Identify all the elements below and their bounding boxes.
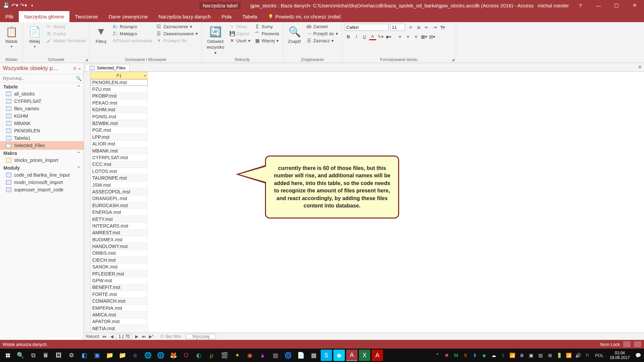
settings-icon[interactable]: ⚙ <box>66 350 77 361</box>
spelling-button[interactable]: ᵃᵇᶜPisownia <box>254 31 280 37</box>
save-icon[interactable]: 💾 <box>3 2 9 9</box>
nav-item-module[interactable]: msdn_microsoft_import <box>0 179 84 186</box>
tell-me-search[interactable]: Powiedz mi, co chcesz zrobić <box>263 11 346 22</box>
table-cell[interactable]: BENEFIT.mst <box>91 284 148 291</box>
row-selector-gutter[interactable] <box>84 72 91 333</box>
app-icon-7[interactable]: ▲ <box>257 350 268 361</box>
numbering-icon[interactable]: ≣ <box>415 23 423 31</box>
gridlines-icon[interactable]: ▦▾ <box>421 33 428 40</box>
table-cell[interactable]: ORANGEPL.mst <box>91 195 148 202</box>
table-cell[interactable]: ASSECOPOL.mst <box>91 188 148 195</box>
app-icon-2[interactable]: ▣ <box>91 350 103 361</box>
table-cell[interactable]: CIECH.mst <box>91 257 148 263</box>
new-record-button[interactable]: ＋Nowy <box>228 23 252 29</box>
volume-icon[interactable]: 🔊 <box>574 350 582 361</box>
tray-icon-3[interactable]: X <box>462 350 470 361</box>
table-cell[interactable]: ORBIS.mst <box>91 250 148 257</box>
help-icon[interactable]: ? <box>574 0 587 11</box>
design-view-icon[interactable] <box>634 341 641 347</box>
bold-button[interactable]: B <box>345 33 352 40</box>
app-icon-10[interactable]: 📄 <box>295 350 307 361</box>
next-record-icon[interactable]: ▶ <box>133 334 140 339</box>
table-cell[interactable]: PGE.mst <box>91 127 148 134</box>
tab-create[interactable]: Tworzenie <box>69 11 103 22</box>
tray-icon-4[interactable]: ⬇ <box>471 350 479 361</box>
clear-sort-button[interactable]: A⟲Usuń sortowanie <box>112 38 153 44</box>
find-button[interactable]: 🔍Znajdź <box>286 23 303 45</box>
filter-indicator[interactable]: ⛒ Bez filtru <box>160 334 181 339</box>
table-cell[interactable]: BZWBK.mst <box>91 120 148 127</box>
bullets-icon[interactable]: ≡ <box>407 23 415 31</box>
restore-icon[interactable]: ▢ <box>610 0 623 11</box>
sort-desc-button[interactable]: Z↓Malejąco <box>112 31 153 37</box>
chrome-canary-icon[interactable]: 🌐 <box>155 350 166 361</box>
table-cell[interactable]: SANOK.mst <box>91 264 148 270</box>
text-dir-icon[interactable]: ¶▾ <box>439 23 447 31</box>
app-icon-4[interactable]: ◐ <box>193 350 205 361</box>
nav-cat-macros[interactable]: Makra⌃ <box>0 149 84 157</box>
goto-button[interactable]: →Przejdź do ▾ <box>305 31 339 37</box>
nav-item-macro[interactable]: stocks_prices_import <box>0 157 84 164</box>
table-cell[interactable]: GPW.mst <box>91 277 148 284</box>
advanced-filter-button[interactable]: ☰Zaawansowane ▾ <box>155 31 199 37</box>
new-record-icon[interactable]: ▶* <box>148 334 154 339</box>
table-cell[interactable]: CCC.mst <box>91 161 148 168</box>
totals-button[interactable]: ΣSumy <box>254 23 280 29</box>
selection-filter-button[interactable]: ☑Zaznaczenie ▾ <box>155 23 199 29</box>
table-cell[interactable]: PKNORLEN.mst <box>91 79 148 86</box>
table-cell[interactable]: INTERCARS.mst <box>91 223 148 229</box>
filter-button[interactable]: ▼Filtruj <box>92 23 110 45</box>
qat-customize-icon[interactable]: ▾ <box>29 2 36 9</box>
table-cell[interactable]: KGHM.mst <box>91 107 148 113</box>
search-icon[interactable]: 🔍 <box>76 76 82 81</box>
onedrive-icon[interactable]: ☁ <box>490 350 498 361</box>
task-view-icon[interactable]: ⧉ <box>28 350 39 361</box>
clock[interactable]: 01:0418.06.2017 <box>606 351 633 360</box>
nav-item-selected-files[interactable]: Selected_Files <box>0 142 84 149</box>
more-records-button[interactable]: ▦Więcej ▾ <box>254 38 280 44</box>
replace-button[interactable]: abZamień <box>305 23 339 29</box>
app-icon-9[interactable]: 🌀 <box>282 350 294 361</box>
tray-icon-9[interactable]: ▤ <box>537 350 545 361</box>
table-cell[interactable]: BORYSZEW.mst <box>91 332 148 333</box>
align-center-icon[interactable]: ≡ <box>405 33 412 40</box>
view-button[interactable]: 📋Widok▾ <box>3 23 20 50</box>
skype-icon[interactable]: S <box>321 350 332 361</box>
fill-color-button[interactable]: ◆▾ <box>385 33 392 40</box>
datasheet-view-icon[interactable] <box>623 341 631 347</box>
record-search-input[interactable] <box>186 334 216 339</box>
table-cell[interactable]: PZU.mst <box>91 86 148 93</box>
nav-item-module[interactable]: superuser_import_code <box>0 186 84 193</box>
record-position-input[interactable] <box>116 334 132 339</box>
access-icon[interactable]: A <box>346 350 358 361</box>
italic-button[interactable]: I <box>353 33 360 40</box>
table-cell[interactable]: AMREST.mst <box>91 230 148 236</box>
table-cell[interactable]: LPP.mst <box>91 134 148 140</box>
toggle-filter-button[interactable]: ▼Przełącz filtr <box>155 38 199 44</box>
close-tab-icon[interactable]: ✕ <box>638 64 642 70</box>
first-record-icon[interactable]: ⏮ <box>101 334 107 339</box>
app-icon-12[interactable]: ◆ <box>333 350 345 361</box>
align-left-icon[interactable]: ≡ <box>396 33 404 40</box>
nav-item-table[interactable]: MBANK <box>0 120 84 127</box>
nav-collapse-icon[interactable]: « <box>78 66 81 71</box>
media-icon[interactable]: 🎬 <box>219 350 230 361</box>
table-cell[interactable]: PEKAO.mst <box>91 100 148 106</box>
tray-overflow-icon[interactable]: ⌃ <box>433 350 441 361</box>
table-cell[interactable]: APATOR.mst <box>91 318 148 325</box>
delete-record-button[interactable]: ✕Usuń ▾ <box>228 38 252 44</box>
text-launcher-icon[interactable]: ◢ <box>452 58 454 61</box>
table-cell[interactable]: KETY.mst <box>91 216 148 223</box>
table-cell[interactable]: PKOBP.mst <box>91 93 148 100</box>
table-cell[interactable]: EMPERIA.mst <box>91 305 148 311</box>
language-indicator[interactable]: POL <box>593 350 606 361</box>
opera-icon[interactable]: O <box>180 350 192 361</box>
refresh-all-button[interactable]: 🔄Odświeżwszystko ▾ <box>205 23 226 57</box>
table-cell[interactable]: ENERGA.mst <box>91 209 148 216</box>
tray-icon-6[interactable]: 📶 <box>508 350 517 361</box>
nav-item-table[interactable]: PKNORLEN <box>0 127 84 134</box>
sort-asc-button[interactable]: A↓Rosnąco <box>112 23 153 29</box>
table-cell[interactable]: ALIOR.mst <box>91 141 148 147</box>
tab-dbtools[interactable]: Narzędzia bazy danych <box>153 11 216 22</box>
tab-fields[interactable]: Pola <box>216 11 237 22</box>
